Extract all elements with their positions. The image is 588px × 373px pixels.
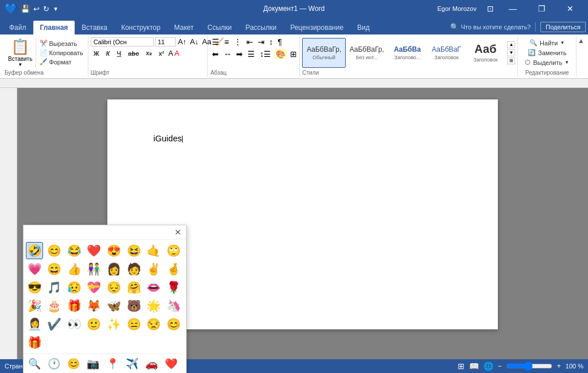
underline-button[interactable]: Ч: [114, 49, 124, 58]
styles-scroll-up[interactable]: ▲: [507, 41, 515, 48]
emoji-item[interactable]: 😑: [125, 316, 142, 333]
style-title[interactable]: Ааб Заголовок: [466, 38, 505, 68]
emoji-item[interactable]: 🙄: [165, 242, 182, 259]
format-painter-button[interactable]: 🖌️ Формат: [37, 57, 85, 66]
subscript-button[interactable]: x₂: [143, 48, 154, 58]
shading-btn[interactable]: 🎨: [274, 49, 287, 59]
select-button[interactable]: ⬡ Выделить ▼: [520, 58, 574, 67]
minimize-button[interactable]: —: [500, 0, 526, 17]
emoji-item[interactable]: 🙂: [86, 316, 103, 333]
emoji-footer-search[interactable]: 🔍: [27, 356, 42, 371]
emoji-item[interactable]: 🤣: [26, 242, 43, 259]
align-center-btn[interactable]: ↔: [222, 49, 233, 59]
emoji-item[interactable]: 👍: [65, 260, 83, 278]
emoji-item[interactable]: 😍: [106, 242, 123, 259]
paste-arrow[interactable]: ▼: [18, 62, 22, 67]
emoji-item[interactable]: 🤙: [145, 242, 163, 259]
emoji-footer-flags[interactable]: ✈️: [125, 356, 140, 371]
zoom-slider[interactable]: [506, 362, 552, 371]
emoji-close-button[interactable]: ✕: [172, 226, 184, 238]
view-normal-btn[interactable]: ⊞: [458, 362, 465, 371]
font-size-increase[interactable]: A↑: [177, 37, 188, 47]
bullets-btn[interactable]: ☰: [210, 37, 221, 47]
style-heading2[interactable]: АаБбВаГ Заголовок: [427, 38, 466, 68]
emoji-item[interactable]: 😒: [145, 316, 163, 333]
emoji-item[interactable]: 😥: [65, 279, 83, 296]
find-button[interactable]: 🔍 Найти ▼: [525, 39, 569, 47]
emoji-item[interactable]: 👄: [145, 279, 163, 296]
emoji-item[interactable]: 🤞: [165, 260, 182, 278]
emoji-footer-places[interactable]: 📍: [105, 356, 120, 371]
find-arrow[interactable]: ▼: [560, 40, 565, 45]
emoji-item[interactable]: 👀: [65, 316, 83, 333]
redo-icon[interactable]: ↻: [43, 5, 49, 13]
decrease-indent-btn[interactable]: ⇤: [245, 37, 255, 47]
emoji-item[interactable]: ✔️: [46, 316, 63, 333]
emoji-item[interactable]: 😊: [165, 316, 182, 333]
restore-button[interactable]: ❐: [528, 0, 555, 17]
superscript-button[interactable]: x²: [156, 49, 167, 58]
emoji-item[interactable]: 🦊: [86, 297, 103, 314]
zoom-level[interactable]: 100 %: [566, 363, 583, 370]
replace-button[interactable]: 🔄 Заменить: [523, 48, 571, 57]
emoji-footer-travel[interactable]: 🚗: [144, 356, 159, 371]
align-left-btn[interactable]: ⬅: [210, 49, 220, 59]
italic-button[interactable]: К: [103, 49, 113, 58]
emoji-item[interactable]: 😊: [46, 242, 63, 259]
emoji-item[interactable]: 🎁: [26, 334, 43, 351]
emoji-item[interactable]: 🐻: [125, 297, 142, 314]
emoji-item[interactable]: 😄: [46, 260, 63, 278]
paste-button[interactable]: 📋 Вставить ▼: [5, 37, 36, 68]
align-right-btn[interactable]: ➡: [234, 49, 245, 59]
tab-references[interactable]: Ссылки: [200, 21, 238, 34]
emoji-item[interactable]: 👩: [106, 260, 123, 278]
emoji-item[interactable]: 💝: [86, 279, 103, 296]
tab-home[interactable]: Главная: [33, 21, 75, 34]
emoji-item[interactable]: 💗: [26, 260, 43, 278]
close-button[interactable]: ✕: [557, 0, 583, 17]
emoji-item[interactable]: 🎁: [65, 297, 83, 314]
bold-button[interactable]: Ж: [91, 49, 102, 58]
search-ribbon-text[interactable]: Что вы хотите сделать?: [461, 24, 531, 30]
emoji-footer-smileys[interactable]: 😊: [66, 356, 81, 371]
tab-file[interactable]: Файл: [2, 21, 33, 34]
emoji-item[interactable]: 🌹: [165, 279, 182, 296]
emoji-item[interactable]: 🤗: [125, 279, 142, 296]
ribbon-display-icon[interactable]: ⊡: [483, 4, 497, 13]
emoji-item[interactable]: 👫: [86, 260, 103, 278]
emoji-item[interactable]: 👩‍💼: [26, 316, 43, 333]
font-size-input[interactable]: [155, 37, 176, 47]
tab-design[interactable]: Конструктор: [114, 21, 167, 34]
view-web-btn[interactable]: 🌐: [483, 362, 493, 371]
customize-icon[interactable]: ▼: [53, 6, 59, 12]
view-read-btn[interactable]: 📖: [469, 362, 479, 371]
copy-button[interactable]: 📄 Копировать: [37, 48, 85, 57]
styles-expand[interactable]: ⊞: [507, 57, 515, 64]
cut-button[interactable]: ✂️ Вырезать: [37, 39, 85, 48]
tab-review[interactable]: Рецензирование: [283, 21, 350, 34]
emoji-footer-symbols[interactable]: ❤️: [164, 356, 179, 371]
emoji-item[interactable]: 🌟: [145, 297, 163, 314]
numbering-btn[interactable]: ≡: [222, 37, 230, 47]
emoji-item[interactable]: 🦋: [106, 297, 123, 314]
emoji-item[interactable]: 🎉: [26, 297, 43, 314]
font-size-decrease[interactable]: A↓: [189, 37, 200, 47]
tab-layout[interactable]: Макет: [167, 21, 200, 34]
tab-view[interactable]: Вид: [350, 21, 377, 34]
emoji-item[interactable]: ❤️: [86, 242, 103, 259]
multilevel-btn[interactable]: ⋮: [232, 37, 243, 47]
emoji-item[interactable]: 😆: [125, 242, 142, 259]
select-arrow[interactable]: ▼: [564, 60, 569, 65]
zoom-in-btn[interactable]: +: [557, 362, 561, 370]
quick-save-icon[interactable]: 💾: [21, 5, 30, 13]
line-spacing-btn[interactable]: ↕☰: [258, 49, 273, 59]
document-area[interactable]: iGuides ✕ 🤣 😊 😂 ❤️ 😍 😆 🤙 🙄 💗 😄 👍: [17, 88, 588, 373]
style-heading1[interactable]: АаБбВа Заголово...: [388, 38, 427, 68]
justify-btn[interactable]: ☰: [246, 49, 257, 59]
sort-btn[interactable]: ↕: [268, 37, 275, 47]
tab-mailings[interactable]: Рассылки: [239, 21, 284, 34]
emoji-item[interactable]: 😎: [26, 279, 43, 296]
emoji-item[interactable]: 🧑: [125, 260, 142, 278]
style-normal[interactable]: АаБбВаГр, Обычный: [302, 38, 346, 68]
style-no-spacing[interactable]: АаБбВаГр, Без инт...: [346, 38, 388, 68]
